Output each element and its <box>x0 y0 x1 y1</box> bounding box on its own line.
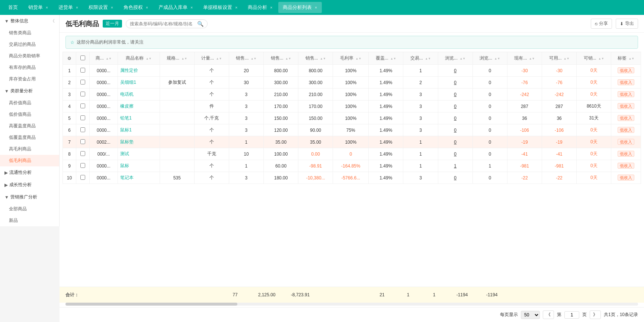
col-gross-margin[interactable]: 毛利率 ▲▼ <box>333 52 369 65</box>
row-checkbox[interactable] <box>80 115 85 120</box>
row-checkbox[interactable] <box>80 151 85 156</box>
prev-page-button[interactable]: 《 <box>543 310 554 319</box>
date-filter-badge[interactable]: 近一月 <box>103 20 122 28</box>
cell-view1[interactable]: 1 <box>438 160 472 172</box>
row-checkbox[interactable] <box>80 92 85 96</box>
nav-sales-close[interactable]: × <box>46 5 48 10</box>
horizontal-scrollbar[interactable] <box>65 303 638 306</box>
sidebar-item-high-value[interactable]: 高价值商品 <box>0 97 59 109</box>
row-checkbox[interactable] <box>80 80 85 85</box>
export-button[interactable]: ⬇ 导出 <box>616 19 638 29</box>
collapse-icon[interactable]: 《 <box>51 18 55 24</box>
sidebar-section-flow[interactable]: ▶ 流通性分析 <box>0 166 59 179</box>
cell-name[interactable]: 电话机 <box>118 89 160 101</box>
nav-analysis[interactable]: 商品分析 × <box>243 2 277 13</box>
cell-name[interactable]: 测试 <box>118 148 160 160</box>
nav-purchase-close[interactable]: × <box>76 5 78 10</box>
sidebar-item-in-stock[interactable]: 有库存的商品 <box>0 62 59 73</box>
sidebar-item-sales-goods[interactable]: 销售类商品 <box>0 27 59 39</box>
sidebar-item-low-coverage[interactable]: 低覆盖度商品 <box>0 132 59 143</box>
view1-link[interactable]: 1 <box>454 163 456 169</box>
col-sales-profit[interactable]: 销售... ▲▼ <box>298 52 333 65</box>
col-tag[interactable]: 标签 ▲▼ <box>611 52 641 65</box>
cell-name[interactable]: 铅笔1 <box>118 112 160 124</box>
sidebar-item-category-rate[interactable]: 商品分类助销率 <box>0 50 59 62</box>
row-checkbox[interactable] <box>80 163 85 168</box>
sidebar-section-growth[interactable]: ▶ 成长性分析 <box>0 179 59 191</box>
nav-templates-close[interactable]: × <box>235 5 237 10</box>
nav-sales[interactable]: 销货单 × <box>24 2 52 13</box>
col-view2[interactable]: 浏览... ▲▼ <box>472 52 507 65</box>
col-name[interactable]: 商品名称 ▲▼ <box>118 52 160 65</box>
col-current-stock[interactable]: 现有... ▲▼ <box>507 52 542 65</box>
cell-name[interactable]: 笔记本 <box>118 172 160 184</box>
sidebar-item-high-coverage[interactable]: 高覆盖度商品 <box>0 120 59 132</box>
row-checkbox[interactable] <box>80 68 85 73</box>
nav-products-close[interactable]: × <box>190 5 193 10</box>
sidebar-item-new-goods[interactable]: 新品 <box>0 215 59 226</box>
current-page-input[interactable] <box>564 311 579 319</box>
sidebar-item-high-margin[interactable]: 高毛利商品 <box>0 143 59 155</box>
cell-view1[interactable]: 0 <box>438 77 472 89</box>
sidebar-item-traded-goods[interactable]: 交易过的商品 <box>0 39 59 50</box>
view1-link[interactable]: 0 <box>454 104 456 109</box>
nav-products[interactable]: 产成品入库单 × <box>154 2 197 13</box>
nav-roles-close[interactable]: × <box>146 5 148 10</box>
cell-checkbox[interactable] <box>76 160 90 172</box>
sidebar-item-low-value[interactable]: 低价值商品 <box>0 109 59 120</box>
nav-analysis-close[interactable]: × <box>270 5 272 10</box>
cell-view1[interactable]: 0 <box>438 112 472 124</box>
nav-templates[interactable]: 单据模板设置 × <box>199 2 242 13</box>
view1-link[interactable]: 0 <box>454 175 456 181</box>
view1-link[interactable]: 0 <box>454 68 456 73</box>
view1-link[interactable]: 0 <box>454 152 456 157</box>
sidebar-item-low-margin[interactable]: 低毛利商品 <box>0 155 59 166</box>
row-checkbox[interactable] <box>80 175 85 180</box>
cell-view1[interactable]: 0 <box>438 136 472 148</box>
cell-view1[interactable]: 0 <box>438 124 472 136</box>
view1-link[interactable]: 0 <box>454 116 456 121</box>
nav-analysis-list-close[interactable]: × <box>315 5 317 10</box>
cell-checkbox[interactable] <box>76 65 90 77</box>
cell-name[interactable]: 属性定价 <box>118 65 160 77</box>
cell-checkbox[interactable] <box>76 148 90 160</box>
col-checkbox[interactable] <box>76 52 90 65</box>
next-page-button[interactable]: 》 <box>590 310 601 319</box>
cell-name[interactable]: 鼠标 <box>118 160 160 172</box>
col-transaction[interactable]: 交易... ▲▼ <box>403 52 438 65</box>
select-all-checkbox[interactable] <box>80 55 85 60</box>
search-input[interactable] <box>130 21 195 26</box>
col-code[interactable]: 商... ▲▼ <box>89 52 118 65</box>
row-checkbox[interactable] <box>80 127 85 132</box>
cell-checkbox[interactable] <box>76 89 90 101</box>
cell-checkbox[interactable] <box>76 124 90 136</box>
col-coverage[interactable]: 覆盖... ▲▼ <box>369 52 403 65</box>
col-view1[interactable]: 浏览... ▲▼ <box>438 52 472 65</box>
cell-name[interactable]: 鼠标垫 <box>118 136 160 148</box>
view1-link[interactable]: 0 <box>454 92 456 97</box>
cell-checkbox[interactable] <box>76 112 90 124</box>
nav-purchase[interactable]: 进货单 × <box>54 2 83 13</box>
nav-analysis-list[interactable]: 商品分析列表 × <box>278 2 321 13</box>
cell-checkbox[interactable] <box>76 136 90 148</box>
nav-permissions[interactable]: 权限设置 × <box>84 2 118 13</box>
col-sales-amount[interactable]: 销售... ▲▼ <box>264 52 298 65</box>
col-sellable[interactable]: 可销... ▲▼ <box>577 52 611 65</box>
cell-checkbox[interactable] <box>76 172 90 184</box>
cell-name[interactable]: 鼠标1 <box>118 124 160 136</box>
nav-permissions-close[interactable]: × <box>111 5 113 10</box>
nav-roles[interactable]: 角色授权 × <box>119 2 153 13</box>
sidebar-section-cluster[interactable]: ▼ 类群量分析 <box>0 85 59 97</box>
row-checkbox[interactable] <box>80 139 85 144</box>
sidebar-section-overall[interactable]: ▼ 整体信息 《 <box>0 15 59 27</box>
search-box[interactable]: 🔍 <box>126 19 208 28</box>
cell-view1[interactable]: 0 <box>438 89 472 101</box>
col-available[interactable]: 可用... ▲▼ <box>542 52 577 65</box>
nav-home[interactable]: 首页 <box>4 2 22 13</box>
cell-checkbox[interactable] <box>76 101 90 112</box>
search-icon[interactable]: 🔍 <box>197 21 204 27</box>
view1-link[interactable]: 0 <box>454 80 456 85</box>
page-size-select[interactable]: 50 100 200 <box>521 311 540 319</box>
cell-name[interactable]: 橡皮擦 <box>118 101 160 112</box>
sidebar-item-stock-fund[interactable]: 库存资金占用 <box>0 73 59 85</box>
